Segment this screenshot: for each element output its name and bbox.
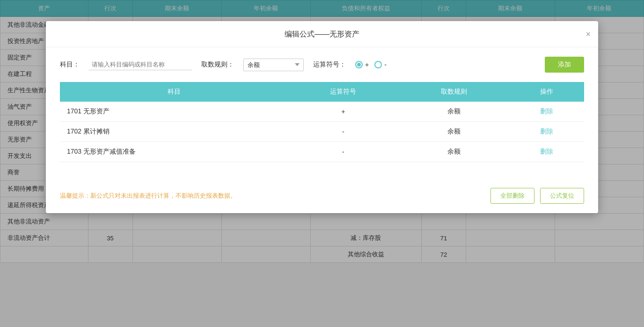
footer-buttons: 全部删除 公式复位 bbox=[490, 188, 584, 204]
formula-cell-operator: - bbox=[288, 142, 399, 162]
radio-minus-icon bbox=[374, 61, 382, 68]
formula-table: 科目 运算符号 取数规则 操作 1701 无形资产 + 余额 删除 1702 累… bbox=[60, 82, 584, 162]
delete-link[interactable]: 删除 bbox=[540, 107, 553, 115]
formula-cell-rule: 余额 bbox=[399, 102, 510, 122]
rule-label: 取数规则： bbox=[201, 60, 234, 69]
operator-label: 运算符号： bbox=[313, 60, 346, 69]
radio-plus-label: + bbox=[365, 61, 369, 68]
th-rule: 取数规则 bbox=[399, 82, 510, 102]
th-operator: 运算符号 bbox=[288, 82, 399, 102]
modal-close-button[interactable]: × bbox=[585, 30, 591, 38]
radio-plus[interactable]: + bbox=[355, 61, 369, 68]
table-header-row: 科目 运算符号 取数规则 操作 bbox=[60, 82, 584, 102]
subject-input[interactable] bbox=[89, 59, 192, 70]
modal-overlay: 编辑公式——无形资产 × 科目： 取数规则： 余额借方发生额贷方发生额借方累计发… bbox=[0, 0, 644, 327]
radio-minus-label: - bbox=[384, 61, 387, 68]
operator-group: + - bbox=[355, 61, 387, 68]
formula-row: 1701 无形资产 + 余额 删除 bbox=[60, 102, 584, 122]
delete-link[interactable]: 删除 bbox=[540, 127, 553, 135]
hint-text: 温馨提示：新公式只对未出报表进行计算，不影响历史报表数据。 bbox=[60, 192, 236, 200]
formula-cell-subject: 1702 累计摊销 bbox=[60, 122, 288, 142]
formula-cell-subject: 1703 无形资产减值准备 bbox=[60, 142, 288, 162]
formula-cell-operator: - bbox=[288, 122, 399, 142]
formula-cell-subject: 1701 无形资产 bbox=[60, 102, 288, 122]
radio-plus-icon bbox=[355, 61, 363, 68]
formula-cell-action: 删除 bbox=[509, 142, 584, 162]
modal-body: 科目： 取数规则： 余额借方发生额贷方发生额借方累计发生额贷方累计发生额 运算符… bbox=[46, 47, 598, 181]
formula-cell-action: 删除 bbox=[509, 102, 584, 122]
formula-cell-rule: 余额 bbox=[399, 122, 510, 142]
add-button[interactable]: 添加 bbox=[545, 57, 584, 73]
modal-title: 编辑公式——无形资产 bbox=[285, 30, 359, 38]
delete-link[interactable]: 删除 bbox=[540, 148, 553, 155]
formula-row: 1702 累计摊销 - 余额 删除 bbox=[60, 122, 584, 142]
modal-footer: 温馨提示：新公式只对未出报表进行计算，不影响历史报表数据。 全部删除 公式复位 bbox=[46, 181, 598, 213]
modal-dialog: 编辑公式——无形资产 × 科目： 取数规则： 余额借方发生额贷方发生额借方累计发… bbox=[46, 21, 598, 213]
rule-select[interactable]: 余额借方发生额贷方发生额借方累计发生额贷方累计发生额 bbox=[243, 59, 304, 71]
radio-minus[interactable]: - bbox=[374, 61, 387, 68]
formula-cell-operator: + bbox=[288, 102, 399, 122]
delete-all-button[interactable]: 全部删除 bbox=[490, 188, 534, 204]
th-subject: 科目 bbox=[60, 82, 288, 102]
reset-button[interactable]: 公式复位 bbox=[540, 188, 584, 204]
modal-header: 编辑公式——无形资产 × bbox=[46, 21, 598, 47]
form-row: 科目： 取数规则： 余额借方发生额贷方发生额借方累计发生额贷方累计发生额 运算符… bbox=[60, 57, 584, 73]
formula-row: 1703 无形资产减值准备 - 余额 删除 bbox=[60, 142, 584, 162]
subject-label: 科目： bbox=[60, 60, 80, 69]
th-action: 操作 bbox=[509, 82, 584, 102]
formula-cell-action: 删除 bbox=[509, 122, 584, 142]
formula-cell-rule: 余额 bbox=[399, 142, 510, 162]
